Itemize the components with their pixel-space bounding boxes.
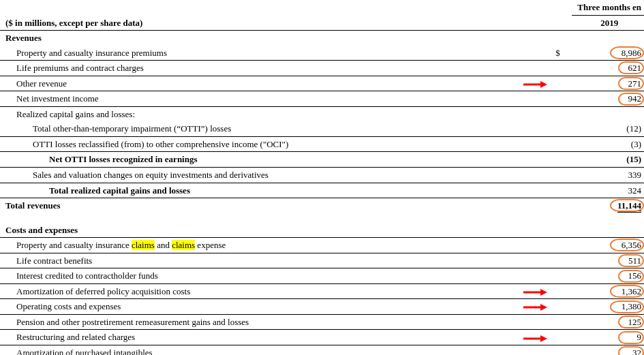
annotation-arrow-icon — [523, 332, 547, 342]
row-label: Property and casualty insurance premiums — [0, 46, 515, 61]
row-value: 9 — [572, 330, 644, 345]
table-row: Life premiums and contract charges 621 — [0, 61, 644, 76]
table-row: Pension and other postretirement remeasu… — [0, 314, 644, 330]
row-value: 1,362 — [572, 283, 644, 299]
row-label: Operating costs and expenses — [0, 299, 515, 315]
table-row: Sales and valuation changes on equity in… — [0, 168, 644, 183]
row-label: OTTI losses reclassified (from) to other… — [0, 136, 515, 152]
row-value: 6,356 — [572, 238, 644, 253]
row-label: Amortization of deferred policy acquisit… — [0, 283, 515, 299]
table-row: Amortization of deferred policy acquisit… — [0, 283, 644, 299]
row-value: 8,986 — [572, 46, 644, 61]
row-value: (3) — [572, 136, 644, 152]
row-label: Pension and other postretirement remeasu… — [0, 314, 515, 330]
svg-marker-5 — [540, 304, 547, 311]
row-label: Total revenues — [0, 198, 515, 213]
units-note: ($ in millions, except per share data) — [0, 15, 515, 31]
row-value: 324 — [572, 183, 644, 198]
row-label: Restructuring and related charges — [0, 330, 515, 345]
costs-heading: Costs and expenses — [0, 223, 515, 238]
table-row: Total realized capital gains and losses … — [0, 183, 644, 198]
row-label: Amortization of purchased intangibles — [0, 345, 515, 355]
annotation-arrow-icon — [523, 78, 547, 89]
row-value: (12) — [572, 121, 644, 136]
row-label: Interest credited to contractholder fund… — [0, 268, 515, 284]
table-row: Net investment income 942 — [0, 91, 644, 107]
highlight-term: claims — [172, 240, 195, 250]
row-value: 125 — [572, 314, 644, 330]
svg-marker-7 — [540, 335, 547, 342]
highlight-term: claims — [132, 240, 155, 250]
row-label: Total realized capital gains and losses — [0, 183, 515, 198]
row-value: 1,380 — [572, 299, 644, 315]
row-label: Life premiums and contract charges — [0, 61, 515, 76]
row-label: Life contract benefits — [0, 253, 515, 268]
table-row: Operating costs and expenses 1,380 — [0, 299, 644, 315]
row-value: (15) — [572, 152, 644, 168]
row-label: Net OTTI losses recognized in earnings — [0, 152, 515, 168]
table-row: Restructuring and related charges 9 — [0, 330, 644, 345]
annotation-arrow-icon — [523, 286, 547, 296]
year-label: 2019 — [572, 15, 644, 31]
row-label: Sales and valuation changes on equity in… — [0, 168, 515, 183]
period-label: Three months en — [572, 0, 644, 15]
income-statement-table: Three months en ($ in millions, except p… — [0, 0, 644, 355]
row-value: 942 — [572, 91, 644, 107]
table-row: Life contract benefits 511 — [0, 253, 644, 268]
row-label: Total other-than-temporary impairment (“… — [0, 121, 515, 136]
row-label: Property and casualty insurance claims a… — [0, 238, 515, 253]
table-row: Other revenue 271 — [0, 76, 644, 91]
table-row: Realized capital gains and losses: — [0, 106, 644, 121]
row-value: 511 — [572, 253, 644, 268]
row-label: Other revenue — [0, 76, 515, 91]
table-row: Interest credited to contractholder fund… — [0, 268, 644, 284]
row-label: Realized capital gains and losses: — [0, 106, 515, 121]
table-row: Net OTTI losses recognized in earnings (… — [0, 152, 644, 168]
table-row: Total revenues 11,144 — [0, 198, 644, 213]
svg-marker-3 — [540, 289, 547, 296]
table-row: OTTI losses reclassified (from) to other… — [0, 136, 644, 152]
annotation-arrow-icon — [523, 301, 547, 311]
row-value: 11,144 — [572, 198, 644, 213]
table-row: Property and casualty insurance claims a… — [0, 238, 644, 253]
row-value: 32 — [572, 345, 644, 355]
row-value: 271 — [572, 76, 644, 91]
row-value: 621 — [572, 61, 644, 76]
row-value: 156 — [572, 268, 644, 284]
row-value: 339 — [572, 168, 644, 183]
svg-marker-1 — [540, 81, 547, 88]
table-row: Total other-than-temporary impairment (“… — [0, 121, 644, 136]
currency-symbol: $ — [550, 46, 572, 61]
revenues-heading: Revenues — [0, 31, 515, 46]
row-label: Net investment income — [0, 91, 515, 107]
table-row: Property and casualty insurance premiums… — [0, 46, 644, 61]
table-row: Amortization of purchased intangibles 32 — [0, 345, 644, 355]
